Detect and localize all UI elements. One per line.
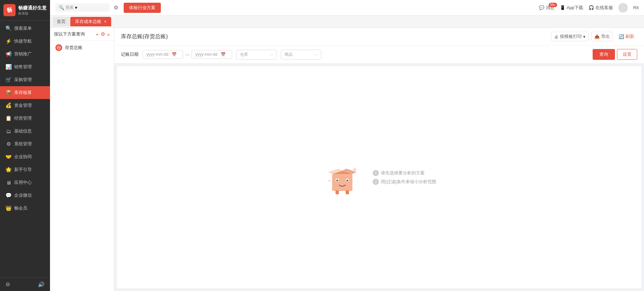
title-actions: 🖨 按模板打印 ▾ 📤 导出 🔄 刷新	[551, 32, 637, 41]
sidebar-item-inventory[interactable]: 📦 库存核算	[0, 86, 50, 99]
appstore-icon: 🖥	[5, 180, 11, 186]
date-start-input[interactable]: yyyy-mm-dd 📅	[143, 50, 183, 59]
audio-footer-icon[interactable]: 🔊	[38, 281, 45, 288]
sidebar-item-purchase[interactable]: 🛒 采购管理	[0, 73, 50, 86]
date-start-placeholder: yyyy-mm-dd	[146, 52, 168, 57]
warehouse-selector[interactable]: 仓库 ···	[236, 50, 277, 59]
search-icon: 🔍	[5, 25, 11, 31]
left-panel-header: 按以下方案查询 + ⚙ «	[50, 28, 114, 41]
left-panel-actions: + ⚙ «	[96, 31, 110, 37]
tip-num-2: 2	[373, 179, 379, 185]
inventory-icon: 📦	[5, 90, 11, 96]
purchase-icon: 🛒	[5, 77, 11, 83]
tip-num-1: 1	[373, 170, 379, 176]
header-search-area[interactable]: 🔍 搜索 ▾	[55, 3, 109, 12]
logo-text: 畅赚通好生意 标准版	[18, 5, 47, 15]
calendar-start-icon: 📅	[172, 52, 177, 57]
logo-icon: 畅	[3, 4, 16, 16]
date-end-input[interactable]: yyyy-mm-dd 📅	[192, 50, 232, 59]
tab-close-icon[interactable]: ×	[104, 19, 106, 24]
tab-cost-ledger[interactable]: 库存成本总账 ×	[70, 17, 111, 26]
svg-rect-2	[332, 174, 352, 191]
app-logo: 畅 畅赚通好生意 标准版	[0, 0, 50, 21]
left-panel-add-icon[interactable]: +	[96, 31, 99, 37]
message-icon: 💬	[539, 5, 544, 10]
header-right: 💬 消息 99+ 📱 App下载 🎧 在线客服 Rit	[539, 3, 639, 13]
page-title-bar: 库存总账(存货总账) 🖨 按模板打印 ▾ 📤 导出 🔄	[114, 28, 644, 46]
message-item[interactable]: 💬 消息 99+	[539, 5, 554, 11]
tip-item-1: 1 请先选择要分析的方案	[373, 169, 436, 177]
online-service-item[interactable]: 🎧 在线客服	[589, 5, 613, 11]
sidebar-item-basic[interactable]: 🗂 基础信息	[0, 125, 50, 138]
header-gear-icon[interactable]: ⚙	[114, 4, 118, 11]
sales-icon: 📊	[5, 64, 11, 70]
app-download-item[interactable]: 📱 App下载	[560, 5, 583, 11]
product-more-icon: ···	[314, 52, 318, 57]
trial-button[interactable]: 体验行业方案	[124, 3, 161, 13]
refresh-icon: 🔄	[619, 34, 624, 39]
export-button[interactable]: 📤 导出	[591, 32, 613, 41]
sidebar-item-enterprise[interactable]: 🤝 企业协同	[0, 150, 50, 163]
svg-point-10	[356, 181, 358, 182]
sidebar-item-sales[interactable]: 📊 销售管理	[0, 60, 50, 73]
page-title: 库存总账(存货总账)	[121, 33, 168, 40]
svg-point-9	[328, 180, 330, 182]
settings-footer-icon[interactable]: ⚙	[5, 281, 10, 288]
left-panel: 按以下方案查询 + ⚙ « 存货总账	[50, 28, 114, 291]
sidebar-item-appstore[interactable]: 🖥 应用中心	[0, 176, 50, 189]
left-panel-title: 按以下方案查询	[54, 31, 85, 37]
sidebar-item-operations[interactable]: 📋 经营管理	[0, 112, 50, 125]
date-separator: —	[185, 52, 190, 57]
system-icon: ⚙	[5, 141, 11, 147]
basic-icon: 🗂	[5, 128, 11, 134]
date-range-group: yyyy-mm-dd 📅 — yyyy-mm-dd 📅	[143, 50, 232, 59]
user-avatar[interactable]	[618, 3, 628, 13]
sidebar-item-wechat[interactable]: 💬 企业微信	[0, 189, 50, 202]
data-area: 1 请先选择要分析的方案 2 用[过滤]条件来缩小分析范围	[117, 66, 641, 288]
sidebar-item-system[interactable]: ⚙ 系统管理	[0, 138, 50, 150]
sidebar-item-finance[interactable]: 💰 资金管理	[0, 99, 50, 112]
wechat-icon: 💬	[5, 192, 11, 198]
svg-rect-8	[346, 190, 349, 194]
export-icon: 📤	[594, 34, 600, 39]
warehouse-more-icon: ···	[270, 52, 273, 57]
page-container: 按以下方案查询 + ⚙ « 存货总账	[50, 28, 644, 291]
sidebar-item-shortcut[interactable]: ⚡ 快捷导航	[0, 35, 50, 48]
query-button[interactable]: 查询	[593, 49, 615, 60]
header-search-text: 搜索	[66, 5, 74, 10]
user-name: Rit	[633, 5, 639, 10]
sidebar-item-guide[interactable]: 🌟 新手引导	[0, 163, 50, 176]
marketing-icon: 📢	[5, 51, 11, 57]
tab-bar: 首页 库存成本总账 ×	[50, 16, 644, 28]
sidebar-footer: ⚙ 🔊	[0, 277, 50, 291]
date-label: 记账日期	[121, 51, 139, 57]
print-dropdown-icon: ▾	[583, 34, 586, 39]
sidebar-item-marketing[interactable]: 📢 营销推广	[0, 48, 50, 60]
filter-actions: 查询 设置	[593, 49, 637, 60]
left-panel-settings-icon[interactable]: ⚙	[101, 31, 105, 37]
product-selector[interactable]: 商品 ···	[281, 50, 321, 59]
left-panel-item-inventory-ledger[interactable]: 存货总账	[50, 41, 114, 54]
tab-home[interactable]: 首页	[53, 17, 70, 26]
header-search-icon: 🔍	[59, 5, 64, 10]
inventory-ledger-icon	[55, 44, 62, 51]
online-service-icon: 🎧	[589, 5, 594, 10]
refresh-button[interactable]: 🔄 刷新	[616, 32, 637, 41]
guide-icon: 🌟	[5, 167, 11, 173]
main-area: 库存总账(存货总账) 🖨 按模板打印 ▾ 📤 导出 🔄	[114, 28, 644, 291]
print-button[interactable]: 🖨 按模板打印 ▾	[551, 32, 589, 41]
tip-item-2: 2 用[过滤]条件来缩小分析范围	[373, 177, 436, 186]
calendar-end-icon: 📅	[221, 52, 226, 57]
print-icon: 🖨	[554, 34, 559, 39]
sidebar-item-member[interactable]: 👑 畅会员	[0, 202, 50, 215]
sidebar-item-search[interactable]: 🔍 搜索菜单	[0, 22, 50, 35]
inventory-ledger-label: 存货总账	[65, 45, 82, 51]
operations-icon: 📋	[5, 115, 11, 121]
sidebar-nav: 🔍 搜索菜单 ⚡ 快捷导航 📢 营销推广 📊 销售管理 🛒 采购管理 📦 库存核…	[0, 21, 50, 277]
left-panel-collapse-icon[interactable]: «	[107, 31, 110, 37]
empty-tips: 1 请先选择要分析的方案 2 用[过滤]条件来缩小分析范围	[373, 169, 436, 186]
header-search-dropdown-icon: ▾	[75, 5, 77, 10]
member-icon: 👑	[5, 205, 11, 211]
filter-bar: 记账日期 yyyy-mm-dd 📅 — yyyy-mm-dd 📅	[114, 46, 644, 64]
settings-button[interactable]: 设置	[617, 49, 637, 60]
